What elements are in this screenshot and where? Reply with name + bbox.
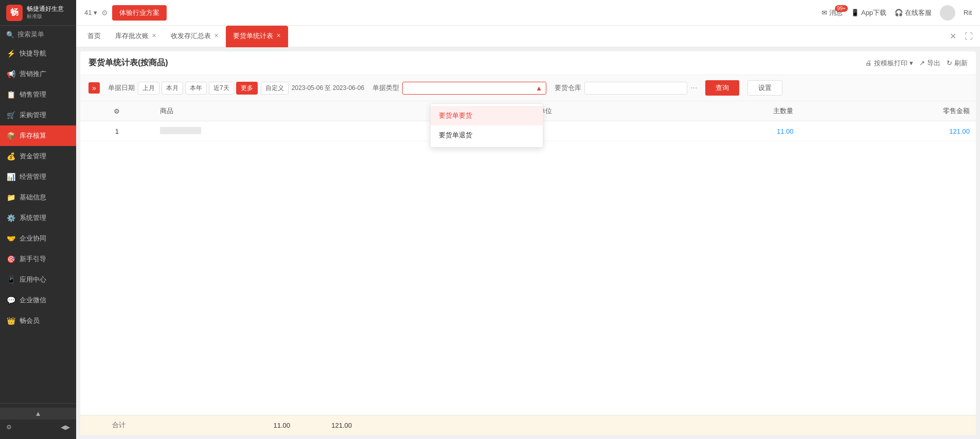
warehouse-filter-label: 要货仓库 xyxy=(555,83,581,93)
user-name: Rit xyxy=(964,9,972,16)
sidebar-item-enterprise[interactable]: 🤝 企业协同 xyxy=(0,228,76,249)
date-last-7days-btn[interactable]: 近7天 xyxy=(209,82,234,95)
type-dropdown: 要货单要货 要货单退货 xyxy=(430,103,543,148)
refresh-btn[interactable]: ↻ 刷新 xyxy=(947,59,968,68)
online-support-btn[interactable]: 🎧 在线客服 xyxy=(895,8,932,17)
date-this-year-btn[interactable]: 本年 xyxy=(185,82,207,95)
date-prev-month-btn[interactable]: 上月 xyxy=(138,82,159,95)
tab-fullscreen-btn[interactable]: ⛶ xyxy=(961,29,976,43)
trial-btn[interactable]: 体验行业方案 xyxy=(112,5,167,21)
export-btn[interactable]: ↗ 导出 xyxy=(919,59,940,68)
nav-label: 营销推广 xyxy=(20,69,46,79)
tab-home-label: 首页 xyxy=(87,31,101,41)
dropdown-item-order-goods[interactable]: 要货单要货 xyxy=(431,106,543,125)
main-area: 41 ▾ ⚙ 体验行业方案 ✉ 消息 99+ 📱 App下载 🎧 在线客服 Ri… xyxy=(76,0,980,439)
row-qty[interactable]: 11.00 xyxy=(623,121,799,141)
tab-close-btn[interactable]: ✕ xyxy=(152,32,156,39)
filter-settings-btn[interactable]: 设置 xyxy=(747,80,782,96)
logo-edition: 标准版 xyxy=(27,13,64,20)
user-avatar[interactable] xyxy=(940,5,955,21)
type-filter-group: 单据类型 ▲ xyxy=(372,82,546,95)
print-btn[interactable]: 🖨 按模板打印 ▾ xyxy=(865,59,913,68)
nav-label: 畅会员 xyxy=(20,316,40,325)
query-btn[interactable]: 查询 xyxy=(705,80,739,96)
nav-label: 快捷导航 xyxy=(20,49,46,58)
nav-label: 系统管理 xyxy=(20,213,46,223)
sidebar-item-member[interactable]: 👑 畅会员 xyxy=(0,310,76,331)
sidebar-item-inventory[interactable]: 📦 库存核算 xyxy=(0,125,76,146)
sidebar-item-appstore[interactable]: 📱 应用中心 xyxy=(0,269,76,290)
expand-filter-btn[interactable]: » xyxy=(88,82,100,94)
tab-inventory-batch[interactable]: 库存批次账 ✕ xyxy=(108,26,164,47)
nav-label: 企业微信 xyxy=(20,296,46,305)
warehouse-input[interactable] xyxy=(584,82,687,95)
type-select-input[interactable] xyxy=(402,82,546,95)
sidebar-item-quick-nav[interactable]: ⚡ 快捷导航 xyxy=(0,43,76,64)
sidebar-item-operations[interactable]: 📊 经营管理 xyxy=(0,167,76,187)
qty-link[interactable]: 11.00 xyxy=(777,127,794,135)
collapse-btn[interactable]: ◀▶ xyxy=(55,419,76,435)
nav-label: 资金管理 xyxy=(20,152,46,161)
tab-close-btn[interactable]: ✕ xyxy=(276,32,281,39)
date-range-display: 2023-05-06 至 2023-06-06 xyxy=(292,84,364,93)
support-icon: 🎧 xyxy=(895,9,903,16)
warehouse-more-icon[interactable]: ··· xyxy=(690,83,697,93)
sidebar-item-wechat[interactable]: 💬 企业微信 xyxy=(0,290,76,310)
tab-bar-actions: ✕ ⛶ xyxy=(947,29,976,43)
nav-label: 销售管理 xyxy=(20,90,46,99)
amount-link[interactable]: 121.00 xyxy=(949,127,970,135)
footer-label: 合计 xyxy=(112,420,126,430)
search-menu[interactable]: 🔍 搜索菜单 xyxy=(0,26,76,43)
app-download-btn[interactable]: 📱 App下载 xyxy=(851,8,886,17)
quick-nav-icon: ⚡ xyxy=(6,49,15,58)
sidebar-item-guide[interactable]: 🎯 新手引导 xyxy=(0,249,76,269)
tab-home[interactable]: 首页 xyxy=(80,26,108,47)
date-this-month-btn[interactable]: 本月 xyxy=(162,82,183,95)
collapse-icon: ◀▶ xyxy=(61,424,70,431)
tab-label: 要货单统计表 xyxy=(233,31,273,41)
filter-bar: » 单据日期 上月 本月 本年 近7天 更多 自定义 2023-05-06 至 … xyxy=(80,75,976,101)
col-settings-icon-header[interactable]: ⚙ xyxy=(80,101,154,121)
sidebar-item-basic[interactable]: 📁 基础信息 xyxy=(0,187,76,208)
row-amount[interactable]: 121.00 xyxy=(799,121,976,141)
goods-placeholder xyxy=(160,127,201,134)
tab-close-btn[interactable]: ✕ xyxy=(214,32,219,39)
tab-receive-summary[interactable]: 收发存汇总表 ✕ xyxy=(164,26,226,47)
nav-label: 企业协同 xyxy=(20,234,46,243)
scroll-up-btn[interactable]: ▲ xyxy=(0,408,76,419)
col-qty-header: 主数量 xyxy=(623,101,799,121)
tab-close-all-btn[interactable]: ✕ xyxy=(947,29,959,43)
tab-label: 库存批次账 xyxy=(115,31,149,41)
chevron-down-icon: ▾ xyxy=(94,9,97,16)
top-bar-right: ✉ 消息 99+ 📱 App下载 🎧 在线客服 Rit xyxy=(822,5,972,21)
logo-icon: 畅 xyxy=(6,5,23,21)
sidebar: 畅 畅捷通好生意 标准版 🔍 搜索菜单 ⚡ 快捷导航 📢 营销推广 📋 销售管理… xyxy=(0,0,76,439)
content-area: 要货单统计表(按商品) 🖨 按模板打印 ▾ ↗ 导出 ↻ 刷新 » xyxy=(80,51,976,435)
member-icon: 👑 xyxy=(6,317,15,325)
store-select[interactable]: 41 ▾ xyxy=(84,9,97,16)
dropdown-item-order-return[interactable]: 要货单退货 xyxy=(431,125,543,145)
row-num: 1 xyxy=(80,121,154,141)
nav-menu: ⚡ 快捷导航 📢 营销推广 📋 销售管理 🛒 采购管理 📦 库存核算 💰 资金管… xyxy=(0,43,76,403)
tab-order-stats[interactable]: 要货单统计表 ✕ xyxy=(226,26,288,47)
sidebar-item-sales[interactable]: 📋 销售管理 xyxy=(0,84,76,105)
app-label: App下载 xyxy=(861,8,886,17)
wechat-icon: 💬 xyxy=(6,296,15,304)
topbar-settings-icon[interactable]: ⚙ xyxy=(101,9,108,17)
sidebar-item-finance[interactable]: 💰 资金管理 xyxy=(0,146,76,167)
type-filter-label: 单据类型 xyxy=(372,83,399,93)
sidebar-item-marketing[interactable]: 📢 营销推广 xyxy=(0,64,76,84)
col-goods-header: 商品 xyxy=(154,101,448,121)
sidebar-item-system[interactable]: ⚙️ 系统管理 xyxy=(0,208,76,228)
date-custom-btn[interactable]: 自定义 xyxy=(261,82,289,95)
type-select-wrapper: ▲ xyxy=(402,82,546,95)
date-more-btn[interactable]: 更多 xyxy=(236,82,258,95)
app-icon: 📱 xyxy=(851,9,859,16)
settings-btn-sidebar[interactable]: ⚙ xyxy=(0,419,18,435)
messages-btn[interactable]: ✉ 消息 99+ xyxy=(822,8,843,17)
sidebar-item-purchase[interactable]: 🛒 采购管理 xyxy=(0,105,76,125)
footer-qty: 11.00 xyxy=(228,422,290,429)
nav-label: 采购管理 xyxy=(20,111,46,120)
date-shortcuts: 上月 本月 本年 近7天 更多 xyxy=(138,82,258,95)
guide-icon: 🎯 xyxy=(6,255,15,263)
